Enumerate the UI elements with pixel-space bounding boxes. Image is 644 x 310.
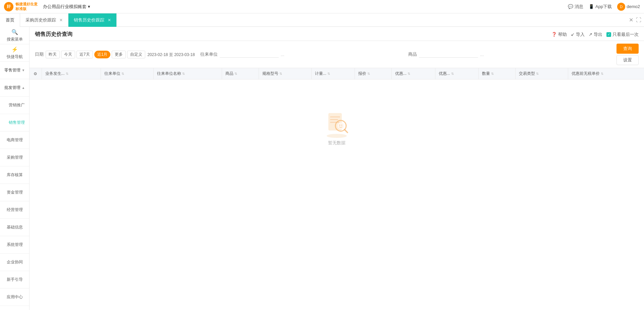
svg-rect-3 <box>330 119 338 120</box>
maximize-btn[interactable]: ⛶ <box>636 17 641 23</box>
sidebar-item-new-guide[interactable]: 新手引导 <box>0 271 29 289</box>
sidebar-item-basic-info-label: 基础信息 <box>7 224 23 230</box>
date-btn-custom[interactable]: 自定义 <box>127 51 145 58</box>
th-quantity[interactable]: 数量 ⇅ <box>479 68 516 80</box>
wholesale-mgmt-arrow: ▲ <box>22 86 25 90</box>
sidebar-item-operations-label: 经营管理 <box>7 207 23 213</box>
app-selector[interactable]: 办公用品行业模拟账套 ▾ <box>40 4 93 10</box>
th-unit-code[interactable]: 往来单位 ⇅ <box>101 68 154 80</box>
date-btn-more[interactable]: 更多 <box>112 51 126 58</box>
sort-icon-unit-name: ⇅ <box>182 72 185 75</box>
close-all-tabs-btn[interactable]: ✕ <box>629 17 633 23</box>
sort-icon-unit: ⇅ <box>327 72 330 75</box>
app-download-btn[interactable]: 📱 App下载 <box>589 4 612 10</box>
page-header-actions: ❓ 帮助 ↙ 导入 ↗ 导出 ✓ 只看最后一次 <box>551 32 639 38</box>
tab-purchase-history[interactable]: 采购历史价跟踪 ✕ <box>20 13 68 27</box>
sidebar-item-app-center-label: 应用中心 <box>7 294 23 300</box>
sidebar-item-purchase-mgmt[interactable]: 采购管理 <box>0 149 29 166</box>
sort-icon-product: ⇅ <box>234 72 237 75</box>
sidebar-item-quick-nav[interactable]: ⚡ 快捷导航 <box>0 44 29 62</box>
th-discount1[interactable]: 优惠... ⇅ <box>392 68 435 80</box>
product-input[interactable] <box>419 51 478 58</box>
sidebar-item-collab-label: 企业协同 <box>7 259 23 265</box>
topbar: 好 畅捷通好生意 标准版 办公用品行业模拟账套 ▾ 💬 消息 📱 App下载 D… <box>0 0 644 13</box>
sidebar-item-search-menu-label: 搜索菜单 <box>7 37 23 42</box>
date-filter-label: 日期 <box>35 51 44 57</box>
logo-icon: 好 <box>4 2 13 11</box>
sidebar-item-inventory-label: 库存核算 <box>7 172 23 178</box>
sidebar-item-wholesale-label: 批发管理 <box>4 85 20 91</box>
tab-sales-history[interactable]: 销售历史价跟踪 ✕ <box>68 13 117 27</box>
th-price[interactable]: 报价 ⇅ <box>355 68 392 80</box>
svg-point-6 <box>337 122 344 129</box>
sidebar-item-enterprise-wechat[interactable]: 企业微信 <box>0 306 29 310</box>
th-pre-tax-price[interactable]: 优惠前无税单价 ⇅ <box>568 68 644 80</box>
import-label: 导入 <box>576 32 585 38</box>
sidebar-item-search-menu[interactable]: 🔍 搜索菜单 <box>0 27 29 44</box>
sidebar-item-app-center[interactable]: 应用中心 <box>0 289 29 306</box>
th-spec[interactable]: 规格型号 ⇅ <box>259 68 311 80</box>
tab-sales-history-close[interactable]: ✕ <box>108 18 111 22</box>
sidebar-item-guide-label: 新手引导 <box>7 277 23 282</box>
th-discount2[interactable]: 优惠... ⇅ <box>435 68 478 80</box>
sidebar-item-basic-info[interactable]: 基础信息 <box>0 219 29 236</box>
message-btn[interactable]: 💬 消息 <box>568 4 583 10</box>
date-btn-yesterday[interactable]: 昨天 <box>46 51 60 58</box>
sidebar-item-sales-mgmt-label: 销售管理 <box>9 120 25 125</box>
date-btn-today[interactable]: 今天 <box>61 51 75 58</box>
sidebar-item-marketing[interactable]: 营销推广 <box>0 97 29 114</box>
sidebar-item-sales-mgmt[interactable]: 销售管理 <box>0 114 29 132</box>
sidebar-item-purchase-label: 采购管理 <box>7 155 23 160</box>
help-btn[interactable]: ❓ 帮助 <box>551 32 567 38</box>
app-selector-label: 办公用品行业模拟账套 <box>43 4 87 10</box>
only-last-checkbox[interactable]: ✓ <box>606 32 611 37</box>
sidebar-item-inventory-check[interactable]: 库存核算 <box>0 166 29 184</box>
import-icon: ↙ <box>571 32 575 37</box>
th-product[interactable]: 商品 ⇅ <box>222 68 259 80</box>
th-unit[interactable]: 计量... ⇅ <box>311 68 355 80</box>
sidebar-item-retail-label: 零售管理 <box>4 67 20 73</box>
table-settings-icon[interactable]: ⚙ <box>34 71 37 76</box>
retail-mgmt-arrow: ▼ <box>22 68 25 72</box>
logo-area: 好 畅捷通好生意 标准版 <box>4 2 38 11</box>
date-buttons: 昨天 今天 近7天 近1月 更多 自定义 <box>46 51 145 58</box>
content-area: 销售历史价查询 ❓ 帮助 ↙ 导入 ↗ 导出 ✓ 只 <box>30 27 644 310</box>
export-btn[interactable]: ↗ 导出 <box>589 32 602 38</box>
tabbar-actions: ✕ ⛶ <box>629 17 644 23</box>
tab-home[interactable]: 首页 <box>0 13 20 27</box>
sidebar-item-wholesale-mgmt[interactable]: 批发管理 ▲ <box>0 79 29 97</box>
sidebar-item-enterprise-collab[interactable]: 企业协同 <box>0 254 29 271</box>
user-area[interactable]: D demo2 <box>617 3 640 11</box>
table-header-row: ⚙ 业务发生... ⇅ 往来单位 ⇅ <box>30 68 644 80</box>
sidebar-item-ecommerce-label: 电商管理 <box>7 137 23 143</box>
date-btn-last7days[interactable]: 近7天 <box>76 51 93 58</box>
only-last-checkbox-wrap[interactable]: ✓ 只看最后一次 <box>606 32 639 38</box>
sidebar-item-operations-mgmt[interactable]: 经营管理 <box>0 201 29 219</box>
logo-text: 畅捷通好生意 标准版 <box>15 2 38 11</box>
tab-sales-history-label: 销售历史价跟踪 <box>74 17 104 23</box>
sidebar-item-fund-mgmt[interactable]: 资金管理 <box>0 184 29 201</box>
product-dots[interactable]: ... <box>480 52 484 57</box>
product-filter: 商品 ... <box>408 51 611 58</box>
message-label: 消息 <box>575 4 583 10</box>
table-container: ⚙ 业务发生... ⇅ 往来单位 ⇅ <box>30 68 644 310</box>
source-unit-input[interactable] <box>220 51 279 58</box>
sort-icon-pre-tax-price: ⇅ <box>601 72 603 75</box>
query-btn[interactable]: 查询 <box>616 44 639 54</box>
import-btn[interactable]: ↙ 导入 <box>571 32 585 38</box>
date-btn-last1month[interactable]: 近1月 <box>94 51 111 58</box>
sidebar-item-retail-mgmt[interactable]: 零售管理 ▼ <box>0 62 29 79</box>
avatar: D <box>617 3 625 11</box>
th-biz-date[interactable]: 业务发生... ⇅ <box>42 68 101 80</box>
data-table: ⚙ 业务发生... ⇅ 往来单位 ⇅ <box>30 68 644 80</box>
source-unit-label: 往来单位 <box>200 51 218 57</box>
source-unit-dots[interactable]: ... <box>281 52 284 57</box>
quick-nav-icon: ⚡ <box>11 46 18 53</box>
sidebar-item-ecommerce-mgmt[interactable]: 电商管理 <box>0 132 29 149</box>
th-trade-type[interactable]: 交易类型 ⇅ <box>515 68 568 80</box>
sidebar-item-system-mgmt[interactable]: 系统管理 <box>0 236 29 254</box>
sort-icon-quantity: ⇅ <box>491 72 494 75</box>
tab-purchase-history-close[interactable]: ✕ <box>59 18 63 22</box>
settings-btn[interactable]: 设置 <box>616 55 639 65</box>
th-unit-name[interactable]: 往来单位名称 ⇅ <box>153 68 222 80</box>
